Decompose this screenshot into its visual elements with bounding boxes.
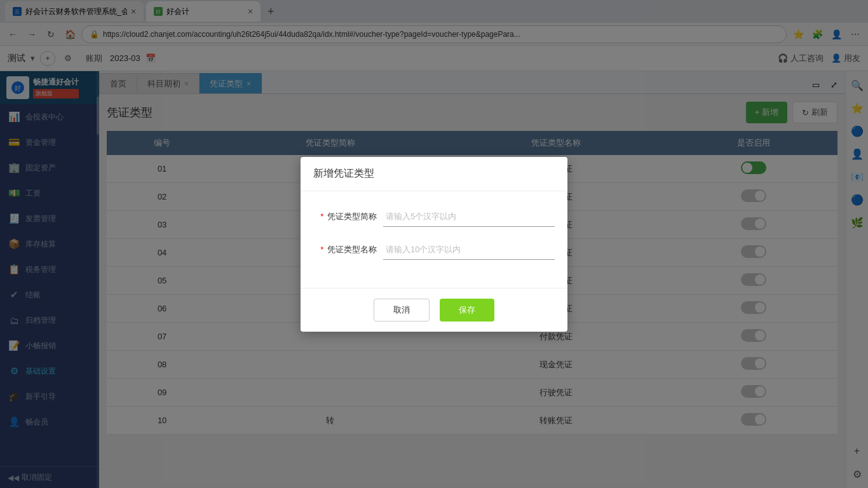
modal-body: * 凭证类型简称 * 凭证类型名称	[301, 191, 567, 288]
required-star-2: *	[320, 245, 323, 254]
modal-footer: 取消 保存	[301, 288, 567, 332]
modal: 新增凭证类型 * 凭证类型简称 * 凭证类型名称 取消 保存	[301, 157, 567, 332]
full-name-input[interactable]	[383, 240, 555, 260]
short-name-label: * 凭证类型简称	[313, 211, 377, 222]
modal-overlay[interactable]: 新增凭证类型 * 凭证类型简称 * 凭证类型名称 取消 保存	[0, 0, 868, 488]
save-button[interactable]: 保存	[440, 299, 494, 322]
full-name-label: * 凭证类型名称	[313, 244, 377, 255]
modal-title: 新增凭证类型	[313, 168, 374, 179]
short-name-input[interactable]	[383, 207, 555, 227]
form-row-full-name: * 凭证类型名称	[313, 240, 555, 260]
modal-header: 新增凭证类型	[301, 157, 567, 191]
form-row-short-name: * 凭证类型简称	[313, 207, 555, 227]
cancel-button[interactable]: 取消	[374, 299, 430, 322]
required-star-1: *	[320, 212, 323, 221]
